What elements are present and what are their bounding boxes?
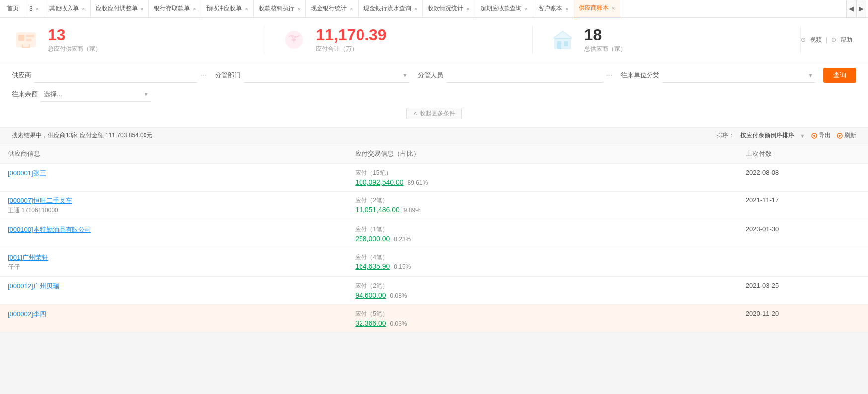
table-row: [000001]张三应付（15笔）100,092,540.0089.61%202… [0,164,868,192]
category-select-wrapper: ▼ [662,68,816,83]
nav-left-arrow[interactable]: ◀ [846,0,856,18]
supplier-link[interactable]: [000100]本特勤油品有限公司 [8,226,91,233]
supplier-link[interactable]: [000001]张三 [8,169,46,177]
amount-link[interactable]: 258,000.00 [355,235,390,243]
nav-tab-cash-flow-close[interactable]: × [414,6,417,12]
supplier-info-cell: [000100]本特勤油品有限公司 [0,220,347,248]
amount-link[interactable]: 100,092,540.00 [355,178,403,186]
tx-info-cell: 应付（2笔）11,051,486.009.89% [347,192,738,220]
top-navigation: 首页 3 × 其他收入单 × 应收应付调整单 × 银行存取款单 × 预收冲应收单… [0,0,868,18]
supplier-input[interactable] [34,68,197,83]
collapse-bar: ∧ 收起更多条件 [12,106,856,123]
nav-tab-home[interactable]: 首页 [2,0,24,18]
nav-tab-customer-book[interactable]: 客户账本 × [533,0,574,18]
nav-tab-cash-stat[interactable]: 现金银行统计 × [306,0,358,18]
sort-value[interactable]: 按应付余额倒序排序 [740,131,794,140]
nav-scroll-arrows: ◀ ▶ [846,0,866,18]
supplier-link[interactable]: [001]广州荣轩 [8,254,48,261]
nav-tab-receipt-close[interactable]: × [297,6,300,12]
refresh-button[interactable]: 刷新 [837,131,856,140]
svg-rect-2 [26,35,34,37]
nav-tab-home-label: 首页 [7,4,19,13]
tx-info-cell: 应付（4笔）164,635.900.15% [347,248,738,277]
export-button[interactable]: 导出 [811,131,831,140]
nav-tab-customer-book-close[interactable]: × [565,6,568,12]
supplier-link[interactable]: [000002]李四 [8,310,46,318]
amount-link[interactable]: 11,051,486.00 [355,206,400,214]
help-link[interactable]: 帮助 [840,36,852,44]
person-filter: 分管人员 ··· [418,68,613,83]
balance-input[interactable] [41,87,151,102]
balance-filter: 往来余额 ▼ [12,87,151,102]
supplier-filter: 供应商 ··· [12,68,207,83]
amount-link[interactable]: 32,366.00 [355,319,386,327]
amount-row: 32,366.000.03% [355,319,730,327]
tx-info-cell: 应付（1笔）258,000.000.23% [347,220,738,248]
nav-tab-receipt[interactable]: 收款核销执行 × [254,0,306,18]
nav-tab-cash-stat-label: 现金银行统计 [311,4,347,13]
nav-tab-receipt-stat-close[interactable]: × [466,6,469,12]
summary-card-payable-total: ¥ 11,170.39 应付合计（万） [264,26,532,54]
amount-link[interactable]: 94,600.00 [355,291,386,299]
sort-chevron-icon[interactable]: ▼ [800,133,805,139]
nav-tab-receipt-stat-label: 收款情况统计 [428,4,463,13]
tx-label: 应付（2笔） [355,197,730,205]
nav-tab-overdue[interactable]: 超期应收款查询 × [475,0,533,18]
person-dots[interactable]: ··· [606,71,612,80]
video-link[interactable]: 视频 [810,36,822,44]
nav-tab-supplier-book-label: 供应商账本 [579,4,609,12]
supplier-info-cell: [001]广州荣轩仔仔 [0,248,347,277]
person-filter-label: 分管人员 [418,71,443,80]
tx-label: 应付（5笔） [355,310,730,318]
nav-right-arrow[interactable]: ▶ [856,0,866,18]
col-tx-info: 应付交易信息（占比） [347,144,738,164]
payable-suppliers-text: 13 总应付供应商（家） [48,26,101,53]
last-pay-cell: 2021-11-17 [738,192,868,220]
payable-total-text: 11,170.39 应付合计（万） [316,26,386,53]
nav-tab-cash-stat-close[interactable]: × [350,6,353,12]
nav-tab-cash-flow[interactable]: 现金银行流水查询 × [359,0,423,18]
supplier-link[interactable]: [000012]广州贝瑞 [8,282,59,290]
category-input[interactable] [662,68,816,83]
supplier-sub: 仔仔 [8,263,339,271]
nav-tab-other-income-label: 其他收入单 [49,4,79,13]
amount-pct: 0.08% [390,292,407,299]
nav-tab-adjustment-close[interactable]: × [141,6,144,12]
table-row: [000012]广州贝瑞应付（2笔）94,600.000.08%2021-03-… [0,277,868,305]
dept-filter: 分管部门 ▼ [215,68,410,83]
nav-tab-adjustment-label: 应收应付调整单 [96,4,138,13]
supplier-table: 供应商信息 应付交易信息（占比） 上次付数 [000001]张三应付（15笔）1… [0,144,868,332]
nav-tab-receipt-stat[interactable]: 收款情况统计 × [423,0,475,18]
nav-tab-prepay-close[interactable]: × [245,6,248,12]
tx-info-cell: 应付（5笔）32,366.000.03% [347,305,738,332]
dept-input[interactable] [244,68,410,83]
nav-tab-3[interactable]: 3 × [24,0,44,18]
table-header-row: 供应商信息 应付交易信息（占比） 上次付数 [0,144,868,164]
nav-tab-adjustment[interactable]: 应收应付调整单 × [91,0,149,18]
amount-row: 11,051,486.009.89% [355,206,730,214]
nav-tab-overdue-close[interactable]: × [525,6,528,12]
supplier-dots[interactable]: ··· [200,71,207,80]
nav-tab-other-income-close[interactable]: × [82,6,85,12]
nav-tab-supplier-book-close[interactable]: × [612,5,615,11]
nav-tab-bank[interactable]: 银行存取款单 × [149,0,201,18]
supplier-link[interactable]: [000007]恒旺二手叉车 [8,197,72,204]
last-pay-cell: 2020-11-20 [738,305,868,332]
supplier-sub: 王通 17106110000 [8,206,339,215]
nav-tab-prepay[interactable]: 预收冲应收单 × [201,0,253,18]
nav-tab-other-income[interactable]: 其他收入单 × [44,0,90,18]
filter-bar: 供应商 ··· 分管部门 ▼ 分管人员 ··· 往来单位分类 ▼ 查询 往来 [0,62,868,128]
nav-tab-3-close[interactable]: × [36,6,39,12]
result-right: 排序： 按应付余额倒序排序 ▼ 导出 刷新 [717,131,856,140]
nav-tab-bank-close[interactable]: × [193,6,196,12]
amount-row: 94,600.000.08% [355,291,730,299]
query-button[interactable]: 查询 [823,68,856,83]
nav-tab-cash-flow-label: 现金银行流水查询 [363,4,411,13]
payable-icon: ¥ [280,26,308,54]
amount-link[interactable]: 164,635.90 [355,263,390,270]
nav-tab-supplier-book[interactable]: 供应商账本 × [574,0,620,18]
svg-rect-6 [554,38,571,49]
collapse-button[interactable]: ∧ 收起更多条件 [406,108,461,119]
last-pay-cell: 2023-01-30 [738,220,868,248]
person-input[interactable] [446,68,603,83]
